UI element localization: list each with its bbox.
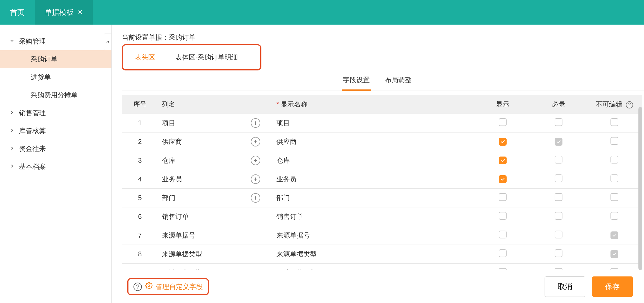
cell-display-name[interactable]: 来源单据类型 bbox=[273, 245, 475, 264]
checkbox[interactable] bbox=[499, 212, 507, 220]
checkbox[interactable] bbox=[610, 174, 618, 182]
col-lock-header: 不可编辑 ? bbox=[586, 95, 642, 114]
checkbox[interactable] bbox=[499, 193, 507, 201]
cell-req bbox=[531, 114, 586, 132]
close-icon[interactable]: ✕ bbox=[78, 9, 83, 15]
cell-lock bbox=[586, 114, 642, 132]
cell-req bbox=[531, 151, 586, 170]
cell-col-name: 仓库+ bbox=[158, 151, 273, 170]
cell-seq: 2 bbox=[122, 132, 158, 151]
col-name-text: 仓库 bbox=[162, 156, 175, 165]
checkbox[interactable] bbox=[555, 249, 562, 257]
top-tab-bar: 首页单据模板✕ bbox=[0, 0, 644, 25]
checkbox[interactable] bbox=[555, 231, 562, 238]
plus-icon[interactable]: + bbox=[251, 174, 260, 184]
cell-lock bbox=[586, 189, 642, 207]
plus-icon[interactable]: + bbox=[251, 137, 260, 146]
main-pane: 当前设置单据：采购订单 表头区表体区-采购订单明细 字段设置布局调整 序号 列名… bbox=[112, 25, 644, 303]
cell-display-name[interactable]: 仓库 bbox=[273, 151, 475, 170]
checkbox[interactable] bbox=[555, 156, 562, 164]
cell-col-name: 项目+ bbox=[158, 114, 273, 132]
chevron-down-icon bbox=[9, 38, 15, 45]
tree-leaf-0-1[interactable]: 进货单 bbox=[0, 68, 111, 86]
context-value: 采购订单 bbox=[169, 34, 195, 41]
cell-display-name[interactable]: 来源单据号 bbox=[273, 226, 475, 245]
tree-group-2[interactable]: 库管核算 bbox=[0, 122, 111, 140]
tree-group-label-text: 基本档案 bbox=[19, 162, 46, 171]
plus-icon[interactable]: + bbox=[251, 156, 260, 165]
help-icon[interactable]: ? bbox=[626, 101, 633, 108]
cell-req bbox=[531, 132, 586, 151]
section-tab-1[interactable]: 布局调整 bbox=[384, 75, 413, 91]
tree-group-4[interactable]: 基本档案 bbox=[0, 158, 111, 176]
checkbox[interactable] bbox=[499, 138, 507, 146]
checkbox[interactable] bbox=[555, 174, 562, 182]
checkbox[interactable] bbox=[610, 193, 618, 201]
checkbox[interactable] bbox=[499, 268, 507, 270]
section-tabs: 字段设置布局调整 bbox=[122, 75, 644, 91]
tree-leaf-0-2[interactable]: 采购费用分摊单 bbox=[0, 86, 111, 104]
cell-display-name[interactable]: 销售订单 bbox=[273, 207, 475, 226]
manage-custom-fields-link[interactable]: 管理自定义字段 bbox=[156, 282, 203, 291]
scrollbar[interactable] bbox=[638, 107, 642, 270]
cancel-button[interactable]: 取消 bbox=[545, 276, 585, 297]
cell-seq: 9 bbox=[122, 264, 158, 270]
checkbox[interactable] bbox=[499, 175, 507, 183]
col-req-header: 必录 bbox=[531, 95, 586, 114]
field-table: 序号 列名 *显示名称 显示 必录 不可编辑 ? bbox=[122, 95, 642, 270]
checkbox[interactable] bbox=[610, 137, 618, 145]
zone-tab-0[interactable]: 表头区 bbox=[128, 49, 162, 66]
checkbox[interactable] bbox=[610, 268, 618, 270]
cell-seq: 3 bbox=[122, 151, 158, 170]
question-icon[interactable]: ? bbox=[133, 283, 142, 291]
cell-display-name[interactable]: 部门 bbox=[273, 189, 475, 207]
col-disp-header-text: 显示名称 bbox=[281, 100, 307, 108]
cell-display-name[interactable]: 项目 bbox=[273, 114, 475, 132]
cell-seq: 7 bbox=[122, 226, 158, 245]
plus-icon[interactable]: + bbox=[251, 118, 260, 128]
col-name-header: 列名 bbox=[158, 95, 273, 114]
tree-group-label-text: 库管核算 bbox=[19, 126, 46, 135]
checkbox[interactable] bbox=[555, 118, 562, 126]
zone-tab-highlight-box: 表头区表体区-采购订单明细 bbox=[122, 44, 261, 70]
section-tab-0[interactable]: 字段设置 bbox=[342, 75, 371, 91]
save-button[interactable]: 保存 bbox=[592, 276, 633, 297]
zone-tab-1[interactable]: 表体区-采购订单明细 bbox=[169, 49, 245, 66]
cell-display-name[interactable]: 业务员 bbox=[273, 170, 475, 189]
checkbox[interactable] bbox=[499, 157, 507, 164]
cell-col-name: 供应商+ bbox=[158, 132, 273, 151]
checkbox[interactable] bbox=[499, 231, 507, 238]
col-name-text: 部门 bbox=[162, 193, 175, 202]
cell-show bbox=[475, 151, 531, 170]
cell-display-name[interactable]: 供应商 bbox=[273, 132, 475, 151]
tree-group-1[interactable]: 销售管理 bbox=[0, 104, 111, 122]
cell-lock bbox=[586, 151, 642, 170]
checkbox[interactable] bbox=[610, 118, 618, 126]
context-prefix: 当前设置单据： bbox=[122, 34, 169, 41]
cell-req bbox=[531, 245, 586, 264]
checkbox[interactable] bbox=[555, 193, 562, 201]
tree-leaf-0-0[interactable]: 采购订单 bbox=[0, 50, 111, 68]
top-tab-0[interactable]: 首页 bbox=[0, 0, 35, 25]
table-row: 1项目+项目 bbox=[122, 114, 642, 132]
cell-col-name: 部门+ bbox=[158, 189, 273, 207]
checkbox[interactable] bbox=[555, 212, 562, 220]
checkbox[interactable] bbox=[610, 156, 618, 164]
cell-req bbox=[531, 170, 586, 189]
cell-seq: 8 bbox=[122, 245, 158, 264]
col-name-text: 预计到货日期 bbox=[162, 268, 202, 270]
checkbox[interactable] bbox=[499, 249, 507, 257]
checkbox[interactable] bbox=[499, 118, 507, 126]
tree-group-3[interactable]: 资金往来 bbox=[0, 140, 111, 158]
svg-point-0 bbox=[148, 285, 150, 287]
field-table-wrap: 序号 列名 *显示名称 显示 必录 不可编辑 ? bbox=[122, 95, 642, 270]
tree-group-0[interactable]: 采购管理 bbox=[0, 32, 111, 50]
table-row: 2供应商+供应商 bbox=[122, 132, 642, 151]
top-tab-1[interactable]: 单据模板✕ bbox=[35, 0, 93, 25]
chevron-right-icon bbox=[9, 146, 15, 152]
checkbox[interactable] bbox=[610, 212, 618, 220]
cell-display-name[interactable]: 预计到货日期 bbox=[273, 264, 475, 270]
cell-seq: 5 bbox=[122, 189, 158, 207]
checkbox[interactable] bbox=[555, 268, 562, 270]
plus-icon[interactable]: + bbox=[251, 193, 260, 203]
